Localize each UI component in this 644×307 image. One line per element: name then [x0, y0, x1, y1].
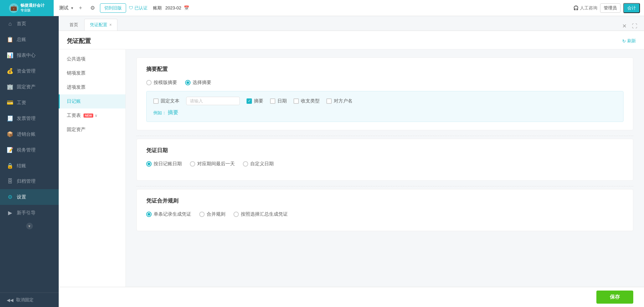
radio-custom-date[interactable]: 自定义日期: [243, 161, 274, 167]
radio-template-summary[interactable]: 按模版摘要: [146, 80, 177, 86]
verified-label: 已认证: [135, 5, 148, 11]
nav-fixed-asset[interactable]: 固定资产: [59, 123, 125, 137]
tab-home[interactable]: 首页: [64, 19, 84, 31]
sales-icon: 📦: [7, 131, 13, 137]
invoice-icon: 🧾: [7, 115, 13, 122]
tab-voucher-config[interactable]: 凭证配置 ×: [84, 19, 117, 31]
logo: 💼 畅捷通好会计 专业版: [0, 0, 54, 16]
page-content: 凭证配置 ↻ 刷新 公共选项 销项发票 进项发票 日记账 工资表 NEW: [59, 31, 644, 307]
content-area: 首页 凭证配置 × ✕ ⛶ 凭证配置 ↻ 刷新: [59, 16, 644, 307]
sidebar: ⌂ 首页 📋 总账 📊 报表中心 💰 资金管理 🏢 固定资产 💳 工资: [0, 16, 59, 307]
sidebar-scroll-down-btn[interactable]: ▼: [26, 223, 33, 229]
sidebar-item-invoice[interactable]: 🧾 发票管理: [0, 111, 59, 126]
sidebar-label-sales: 进销台账: [17, 131, 36, 137]
tab-bar-actions: ✕ ⛶: [621, 21, 639, 31]
checkbox-income-type[interactable]: 收支类型: [293, 98, 320, 104]
radio-custom-date-circle: [243, 161, 248, 167]
radio-last-day[interactable]: 对应期间最后一天: [190, 161, 235, 167]
sidebar-item-salary[interactable]: 💳 工资: [0, 95, 59, 111]
sidebar-item-tax[interactable]: 📝 税务管理: [0, 142, 59, 158]
config-left-nav: 公共选项 销项发票 进项发票 日记账 工资表 NEW ∨ 固定资产: [59, 49, 126, 287]
checkbox-counterpart-box: [326, 98, 332, 104]
nav-sales-invoice[interactable]: 销项发票: [59, 66, 125, 80]
checkbox-fixed-text[interactable]: 固定文本: [153, 98, 179, 104]
sidebar-item-settings[interactable]: ⚙ 设置: [0, 189, 59, 205]
sidebar-item-sales[interactable]: 📦 进销台账: [0, 126, 59, 142]
radio-single-record[interactable]: 单条记录生成凭证: [146, 211, 191, 217]
radio-merge-rule[interactable]: 合并规则: [199, 211, 225, 217]
switch-version-button[interactable]: 切到旧版: [100, 3, 126, 13]
example-label: 例如：: [153, 110, 166, 115]
merge-rules-title: 凭证合并规则: [146, 198, 624, 205]
fund-icon: 💰: [7, 68, 13, 74]
service-button[interactable]: 🎧 人工咨询: [573, 5, 597, 11]
headset-icon: 🎧: [573, 5, 579, 10]
config-layout: 公共选项 销项发票 进项发票 日记账 工资表 NEW ∨ 固定资产 摘要配置: [59, 49, 644, 287]
period-label: 账期 2023-02 📅: [153, 5, 189, 11]
checkbox-counterpart[interactable]: 对方户名: [326, 98, 353, 104]
sidebar-item-close[interactable]: 🔒 结账: [0, 158, 59, 174]
save-button[interactable]: 保存: [596, 291, 633, 304]
checkbox-income-type-box: [293, 98, 299, 104]
close-book-icon: 🔒: [7, 163, 13, 169]
divider-2: [137, 186, 633, 186]
sidebar-label-ledger: 总账: [17, 37, 26, 43]
sidebar-label-invoice: 发票管理: [17, 116, 36, 122]
radio-select-total[interactable]: 按照选择汇总生成凭证: [233, 211, 288, 217]
tab-close-window-icon[interactable]: ✕: [621, 21, 628, 31]
sidebar-label-settings: 设置: [17, 194, 26, 200]
tab-close-icon[interactable]: ×: [109, 23, 112, 27]
nav-purchase-invoice[interactable]: 进项发票: [59, 80, 125, 94]
checkbox-date[interactable]: 日期: [270, 98, 287, 104]
merge-rules-section: 凭证合并规则 单条记录生成凭证 合并规则: [137, 189, 633, 231]
radio-diary-date-circle: [146, 161, 152, 167]
accountant-button[interactable]: 会计: [623, 3, 640, 13]
new-badge: NEW: [84, 114, 93, 118]
project-chevron-icon[interactable]: ▾: [71, 6, 73, 10]
page-header: 凭证配置 ↻ 刷新: [59, 31, 644, 49]
guide-icon: ▶: [7, 210, 13, 216]
add-button[interactable]: ＋: [76, 3, 85, 13]
sidebar-item-report[interactable]: 📊 报表中心: [0, 47, 59, 63]
nav-payroll[interactable]: 工资表 NEW ∨: [59, 108, 125, 123]
sidebar-label-home: 首页: [17, 21, 26, 27]
nav-public[interactable]: 公共选项: [59, 52, 125, 66]
refresh-button[interactable]: ↻ 刷新: [622, 38, 636, 44]
sidebar-item-archive[interactable]: 🗄 归档管理: [0, 174, 59, 189]
sidebar-item-guide[interactable]: ▶ 新手引导: [0, 205, 59, 221]
sidebar-label-archive: 归档管理: [17, 178, 36, 184]
logo-icon: 💼: [9, 3, 18, 13]
config-right: 摘要配置 按模版摘要 选择摘要: [126, 49, 644, 287]
sidebar-item-fund[interactable]: 💰 资金管理: [0, 63, 59, 79]
voucher-date-radio-group: 按日记账日期 对应期间最后一天 自定义日期: [146, 161, 624, 167]
sidebar-label-report: 报表中心: [17, 52, 36, 58]
radio-last-day-circle: [190, 161, 195, 167]
topbar: 💼 畅捷通好会计 专业版 测试 ▾ ＋ ⚙ 切到旧版 🛡 已认证 账期 2023…: [0, 0, 644, 16]
sidebar-label-salary: 工资: [17, 100, 26, 106]
ledger-icon: 📋: [7, 36, 13, 43]
checkbox-summary[interactable]: ✓ 摘要: [247, 98, 263, 104]
settings-icon[interactable]: ⚙: [88, 3, 97, 13]
fixed-text-input[interactable]: [186, 97, 240, 105]
sidebar-item-asset[interactable]: 🏢 固定资产: [0, 79, 59, 95]
main-layout: ⌂ 首页 📋 总账 📊 报表中心 💰 资金管理 🏢 固定资产 💳 工资: [0, 16, 644, 307]
radio-single-record-circle: [146, 212, 152, 217]
voucher-date-section: 凭证日期 按日记账日期 对应期间最后一天: [137, 139, 633, 181]
gear-icon: ⚙: [7, 194, 13, 200]
radio-diary-date[interactable]: 按日记账日期: [146, 161, 182, 167]
merge-rules-radio-group: 单条记录生成凭证 合并规则 按照选择汇总生成凭证: [146, 211, 624, 217]
nav-diary[interactable]: 日记账: [59, 94, 125, 108]
radio-template-circle: [146, 80, 152, 85]
radio-select-total-circle: [233, 212, 239, 217]
admin-button[interactable]: 管理员: [600, 3, 621, 13]
radio-select-summary[interactable]: 选择摘要: [185, 80, 211, 86]
cancel-fixed-button[interactable]: ◀◀ 取消固定: [0, 293, 59, 307]
home-icon: ⌂: [7, 21, 13, 27]
bottom-bar: 保存: [59, 287, 644, 307]
refresh-icon: ↻: [622, 39, 626, 44]
radio-select-circle: [185, 80, 191, 85]
sidebar-item-ledger[interactable]: 📋 总账: [0, 32, 59, 47]
sidebar-item-home[interactable]: ⌂ 首页: [0, 16, 59, 32]
page-title: 凭证配置: [67, 37, 91, 45]
tab-fullscreen-icon[interactable]: ⛶: [631, 22, 639, 31]
